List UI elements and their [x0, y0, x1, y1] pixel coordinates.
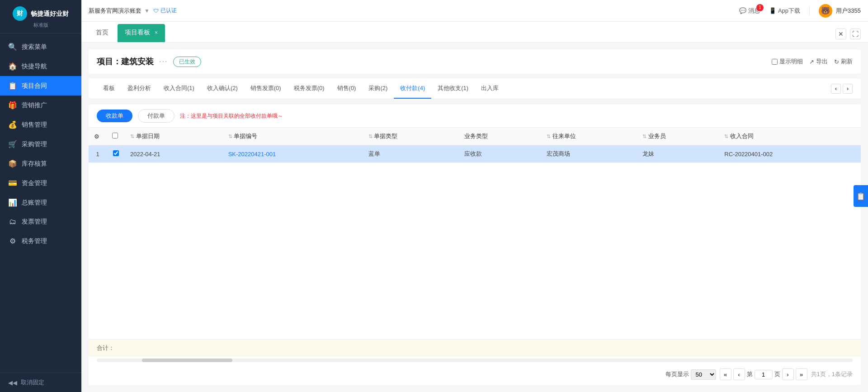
- first-page-button[interactable]: «: [720, 368, 731, 380]
- maximize-window-button[interactable]: ⛶: [850, 29, 861, 39]
- next-page-button[interactable]: ›: [782, 368, 794, 380]
- select-all-checkbox[interactable]: [112, 133, 118, 139]
- th-settings[interactable]: ⚙: [89, 128, 107, 145]
- row-type: 蓝单: [363, 145, 459, 163]
- sidebar-unpin[interactable]: ◀◀ 取消固定: [0, 373, 81, 392]
- sort-icon: ⇅: [368, 134, 373, 139]
- user-info[interactable]: 🐻 用户3355: [819, 4, 861, 18]
- subtabs-nav: ‹ ›: [831, 84, 853, 94]
- receipts-toggle[interactable]: 收款单: [97, 110, 132, 122]
- sidebar-item-label: 营销推广: [22, 101, 47, 110]
- subtab-income-contract[interactable]: 收入合同(1): [157, 79, 201, 99]
- subtab-prev-button[interactable]: ‹: [831, 84, 841, 94]
- row-biz-type: 应收款: [459, 145, 541, 163]
- th-salesperson[interactable]: ⇅ 业务员: [637, 128, 719, 145]
- sidebar-item-search[interactable]: 🔍 搜索菜单: [0, 37, 81, 57]
- page-info: 共1页，1条记录: [811, 370, 853, 378]
- subtab-kanban[interactable]: 看板: [97, 79, 121, 99]
- toggle-note: 注：这里是与项目关联的全部收付款单哦～: [180, 112, 283, 120]
- message-button[interactable]: 💬 消息 1: [739, 7, 760, 15]
- th-number[interactable]: ⇅ 单据编号: [223, 128, 363, 145]
- subtab-next-button[interactable]: ›: [843, 84, 853, 94]
- funds-icon: 💳: [8, 179, 17, 187]
- project-more-button[interactable]: ···: [159, 57, 168, 66]
- certified-badge: 🛡 已认证: [153, 7, 177, 14]
- sidebar-item-ledger[interactable]: 📊 总账管理: [0, 193, 81, 212]
- app-download-button[interactable]: 📱 App下载: [769, 7, 800, 15]
- page-size-select: 每页显示 50 100 200: [665, 369, 716, 380]
- sidebar-item-label: 发票管理: [22, 218, 47, 226]
- invoice-icon: 🗂: [8, 218, 17, 226]
- row-date: 2022-04-21: [125, 145, 223, 163]
- payments-toggle[interactable]: 付款单: [138, 109, 175, 123]
- th-date[interactable]: ⇅ 单据日期: [125, 128, 223, 145]
- per-page-dropdown[interactable]: 50 100 200: [691, 369, 716, 380]
- topbar: 新服务官网演示账套 ▼ 🛡 已认证 💬 消息 1 📱 App下载 🐻 用户335…: [81, 0, 868, 22]
- subtab-sales[interactable]: 销售(0): [331, 79, 363, 99]
- row-contract: RC-20220401-002: [719, 145, 861, 163]
- sales-icon: 💰: [8, 120, 17, 129]
- subtab-profit[interactable]: 盈利分析: [121, 79, 157, 99]
- sidebar-item-project[interactable]: 📋 项目合同: [0, 76, 81, 96]
- row-number[interactable]: SK-20220421-001: [223, 145, 363, 163]
- subtab-purchase[interactable]: 采购(2): [362, 79, 394, 99]
- export-button[interactable]: ↗ 导出: [809, 57, 828, 66]
- subtab-payment[interactable]: 收付款(4): [394, 79, 431, 99]
- sidebar-item-inventory[interactable]: 📦 库存核算: [0, 154, 81, 173]
- sidebar-item-invoice[interactable]: 🗂 发票管理: [0, 212, 81, 231]
- tab-home[interactable]: 首页: [89, 24, 116, 42]
- sort-icon: ⇅: [642, 134, 646, 139]
- th-contract[interactable]: ⇅ 收入合同: [719, 128, 861, 145]
- sidebar-item-tax[interactable]: ⚙ 税务管理: [0, 231, 81, 251]
- page-number-input[interactable]: [755, 370, 773, 379]
- sidebar-item-marketing[interactable]: 🎁 营销推广: [0, 96, 81, 115]
- divider: [809, 5, 810, 16]
- refresh-button[interactable]: ↻ 刷新: [834, 57, 853, 66]
- subtab-sales-invoice[interactable]: 销售发票(0): [244, 79, 288, 99]
- sidebar-item-label: 快捷导航: [22, 62, 47, 71]
- sidebar-item-sales[interactable]: 💰 销售管理: [0, 115, 81, 134]
- sidebar-item-purchase[interactable]: 🛒 采购管理: [0, 134, 81, 154]
- table-footer: 合计：: [89, 339, 861, 357]
- table-row[interactable]: 1 2022-04-21 SK-20220421-001 蓝单 应收款 宏茂商场: [89, 145, 861, 163]
- th-type[interactable]: ⇅ 单据类型: [363, 128, 459, 145]
- account-selector[interactable]: 新服务官网演示账套 ▼: [89, 7, 150, 15]
- subtab-warehouse[interactable]: 出入库: [475, 79, 505, 99]
- shield-icon: 🛡: [153, 8, 159, 14]
- sidebar: 财 畅捷通好业财 标准版 🔍 搜索菜单 🏠 快捷导航 📋 项目合同 🎁 营销推广…: [0, 0, 81, 392]
- topbar-right: 💬 消息 1 📱 App下载 🐻 用户3355: [739, 4, 861, 18]
- data-table: ⚙ ⇅ 单据日期 ⇅ 单据编号: [89, 127, 861, 163]
- show-detail-checkbox[interactable]: 显示明细: [772, 57, 803, 66]
- row-checkbox[interactable]: [107, 145, 125, 163]
- sidebar-item-funds[interactable]: 💳 资金管理: [0, 173, 81, 193]
- sidebar-item-label: 库存核算: [22, 160, 47, 168]
- row-select-checkbox[interactable]: [113, 150, 119, 156]
- sidebar-item-label: 税务管理: [22, 237, 47, 245]
- horizontal-scrollbar[interactable]: [97, 359, 853, 362]
- row-index: 1: [89, 145, 107, 163]
- last-page-button[interactable]: »: [796, 368, 807, 380]
- close-window-button[interactable]: ✕: [835, 29, 846, 39]
- tabbar: 首页 项目看板 × ✕ ⛶: [81, 22, 868, 43]
- main-content: 新服务官网演示账套 ▼ 🛡 已认证 💬 消息 1 📱 App下载 🐻 用户335…: [81, 0, 868, 392]
- refresh-icon: ↻: [834, 58, 839, 65]
- tab-close-icon[interactable]: ×: [155, 29, 158, 36]
- scrollbar-thumb[interactable]: [142, 359, 232, 362]
- mobile-icon: 📱: [769, 7, 776, 14]
- subtab-other-income[interactable]: 其他收支(1): [431, 79, 475, 99]
- th-checkbox[interactable]: [107, 128, 125, 145]
- toggle-bar: 收款单 付款单 注：这里是与项目关联的全部收付款单哦～: [89, 105, 861, 127]
- subtab-income-confirm[interactable]: 收入确认(2): [201, 79, 244, 99]
- scrollbar-row: [89, 357, 861, 364]
- sidebar-item-quicknav[interactable]: 🏠 快捷导航: [0, 57, 81, 76]
- float-panel-button[interactable]: 📋: [854, 185, 868, 207]
- tab-project-board[interactable]: 项目看板 ×: [118, 24, 165, 42]
- subtab-tax-invoice[interactable]: 税务发票(0): [288, 79, 331, 99]
- th-partner[interactable]: ⇅ 往来单位: [541, 128, 637, 145]
- project-header-right: 显示明细 ↗ 导出 ↻ 刷新: [772, 57, 853, 66]
- prev-page-button[interactable]: ‹: [733, 368, 745, 380]
- search-icon: 🔍: [8, 43, 17, 51]
- sidebar-item-label: 项目合同: [22, 82, 47, 90]
- app-logo-icon: 财: [13, 6, 27, 21]
- show-detail-input[interactable]: [772, 59, 778, 65]
